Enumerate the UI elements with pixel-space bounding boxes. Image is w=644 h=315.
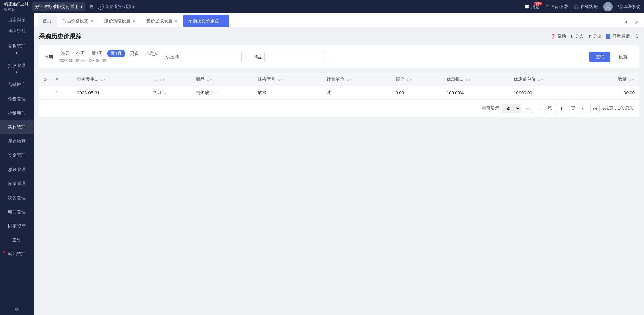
pagination-first-btn[interactable]: ⏮ <box>524 104 533 113</box>
username-label[interactable]: 徐泽华修改 <box>618 4 640 10</box>
export-btn[interactable]: ⬆ 导出 <box>588 33 602 39</box>
close-icon-sale-price[interactable]: ✕ <box>175 19 178 23</box>
date-opt-custom[interactable]: 自定义 <box>143 50 160 57</box>
query-button[interactable]: 查询 <box>589 52 610 62</box>
sidebar-item-smart[interactable]: 智能管理 <box>0 247 34 261</box>
date-options: 昨天 今天 近7天 近1月 更多 自定义 2023-05-02 至 2023-0… <box>59 50 160 64</box>
date-opt-more[interactable]: 更多 <box>128 50 141 57</box>
th-quote[interactable]: 报价 ▲▼ <box>392 73 442 86</box>
sidebar-item-sales[interactable]: 销售管理 <box>0 92 34 106</box>
tab-product-price[interactable]: 商品价格设置 ✕ <box>57 15 99 27</box>
sidebar-item-smart-label: 智能管理 <box>8 251 26 257</box>
th-discount-pct[interactable]: 优惠折... ▲▼ <box>442 73 510 86</box>
date-opt-yesterday[interactable]: 昨天 <box>59 50 71 57</box>
sort-icon-discount-pct[interactable]: ▲▼ <box>465 78 471 81</box>
sidebar-item-tax[interactable]: 税务管理 <box>0 191 34 205</box>
th-seq: # <box>51 73 73 86</box>
maximize-tab-btn[interactable]: ⤢ <box>632 17 641 27</box>
help-btn[interactable]: ❓ 帮助 <box>550 33 566 39</box>
th-unit[interactable]: 计量单位 ▲▼ <box>323 73 392 86</box>
sidebar-item-salary[interactable]: 工资 <box>0 233 34 247</box>
th-qty[interactable]: 数量 ▲▼ <box>588 73 639 86</box>
date-opt-last1month[interactable]: 近1月 <box>107 50 125 57</box>
demo-link[interactable]: ○ 我要看实例演示 <box>98 4 136 10</box>
page-input[interactable] <box>555 104 568 113</box>
pagination-last-btn[interactable]: ⏭ <box>590 104 600 113</box>
sidebar-item-sales-label: 销售管理 <box>8 96 26 102</box>
online-service-action[interactable]: 🎧 在线客服 <box>574 4 598 10</box>
sidebar-item-retail[interactable]: 零售管理 ▲ <box>0 39 34 59</box>
sidebar-item-finance[interactable]: 资金管理 <box>0 148 34 163</box>
headset-icon: 🎧 <box>574 4 579 9</box>
table-header-row: ⚙ # 业务发生... ▲▼ ... ▲▼ <box>39 73 639 86</box>
supplier-input[interactable] <box>181 52 242 62</box>
sidebar-item-assets[interactable]: 固定资产 <box>0 219 34 233</box>
close-icon-product-price[interactable]: ✕ <box>91 19 94 23</box>
sort-icon-spec[interactable]: ▲▼ <box>277 78 283 81</box>
close-tab-btn[interactable]: ✕ <box>621 17 631 27</box>
table-row[interactable]: 1 2023-05-31 浙江... 丙烯酸-2-... 散水 吨 0.00 1… <box>39 86 639 99</box>
sort-icon-product[interactable]: ▲▼ <box>206 78 212 81</box>
sidebar-item-purchase[interactable]: 采购管理 <box>0 120 34 134</box>
only-last-btn[interactable]: ✓ 只看最后一次 <box>606 33 639 39</box>
sidebar-quicknav[interactable]: 快捷导航 <box>0 26 34 36</box>
topbar-settings-icon[interactable]: ⚙ <box>89 4 94 9</box>
sort-icon-pre-discount-price[interactable]: ▲▼ <box>538 78 544 81</box>
close-icon-purchase-history[interactable]: ✕ <box>221 19 224 23</box>
sidebar-item-invoice[interactable]: 发票管理 <box>0 177 34 191</box>
date-opt-last7[interactable]: 近7天 <box>90 50 105 57</box>
sidebar-search[interactable]: 搜索菜单 <box>0 13 34 26</box>
supplier-more-icon[interactable]: ··· <box>244 54 248 60</box>
cell-pre-discount-price: 10900.00 <box>510 86 588 99</box>
sidebar-item-marketing[interactable]: 营销推广 <box>0 78 34 92</box>
th-pre-discount-price[interactable]: 优惠前单价 ▲▼ <box>510 73 588 86</box>
sidebar: 搜索菜单 快捷导航 零售管理 ▲ 批发管理 ▲ 营销推广 销售管理 小畅电商 采… <box>0 13 34 315</box>
date-opt-today[interactable]: 今天 <box>74 50 87 57</box>
per-page-select[interactable]: 50 20 100 <box>502 104 521 113</box>
message-action[interactable]: 💬 消息 99+ <box>524 4 540 10</box>
sidebar-item-accounting[interactable]: 总账管理 <box>0 163 34 177</box>
only-last-checkbox[interactable]: ✓ <box>606 34 610 39</box>
sidebar-item-ecommerce[interactable]: 电商管理 <box>0 205 34 219</box>
pagination-prev-btn[interactable]: ‹ <box>536 104 545 113</box>
sort-icon-quote[interactable]: ▲▼ <box>406 78 412 81</box>
tab-home[interactable]: 首页 <box>38 15 57 27</box>
cell-seq: 1 <box>51 86 73 99</box>
only-last-label: 只看最后一次 <box>612 33 639 39</box>
th-product[interactable]: 商品 ▲▼ <box>192 73 254 86</box>
th-spec[interactable]: 规格型号 ▲▼ <box>254 73 323 86</box>
content-area: 首页 商品价格设置 ✕ 进价策略设置 ✕ 售价提取设置 ✕ 采购历史价跟踪 ✕ … <box>34 13 644 315</box>
pagination-next-btn[interactable]: › <box>578 104 587 113</box>
tab-sale-price[interactable]: 售价提取设置 ✕ <box>141 15 183 27</box>
tab-purchase-history[interactable]: 采购历史价跟踪 ✕ <box>183 15 229 27</box>
sort-icon-qty[interactable]: ▲▼ <box>629 78 635 81</box>
demo-label: 我要看实例演示 <box>105 4 136 10</box>
sidebar-item-ecommerce-label: 电商管理 <box>8 209 26 215</box>
close-icon-purchase-strategy[interactable]: ✕ <box>133 19 136 23</box>
product-more-icon[interactable]: ··· <box>327 54 331 60</box>
sidebar-item-wholesale[interactable]: 批发管理 ▲ <box>0 59 34 78</box>
cell-qty: 30.00 <box>588 86 639 99</box>
sidebar-item-retail-label: 零售管理 <box>8 43 26 49</box>
sidebar-item-tax-label: 税务管理 <box>8 195 26 201</box>
pagination-bar: 每页显示 50 20 100 ⏮ ‹ 第 页 › ⏭ 共1页，1条记录 <box>39 99 639 117</box>
tab-purchase-strategy[interactable]: 进价策略设置 ✕ <box>99 15 141 27</box>
th-more-col[interactable]: ... ▲▼ <box>149 73 191 86</box>
gear-icon[interactable]: ⚙ <box>43 77 47 82</box>
version-selector[interactable]: 好业财标准版交付试用 ▾ <box>32 2 85 11</box>
import-btn[interactable]: ⬇ 导入 <box>570 33 584 39</box>
sort-icon-more-col[interactable]: ▲▼ <box>159 79 165 82</box>
product-input[interactable] <box>264 52 325 62</box>
settings-button[interactable]: 设置 <box>613 52 633 62</box>
sidebar-item-marketing-label: 营销推广 <box>8 82 26 88</box>
th-biz-date[interactable]: 业务发生... ▲▼ <box>73 73 149 86</box>
tab-purchase-history-label: 采购历史价跟踪 <box>188 18 219 24</box>
sort-icon-unit[interactable]: ▲▼ <box>346 78 352 81</box>
sidebar-bottom-settings[interactable]: ⚙ <box>0 303 34 315</box>
th-gear[interactable]: ⚙ <box>39 73 51 86</box>
sort-icon-biz-date[interactable]: ▲▼ <box>100 78 106 81</box>
sidebar-item-ecommerce-small[interactable]: 小畅电商 <box>0 106 34 120</box>
sidebar-item-inventory[interactable]: 库存核算 <box>0 134 34 148</box>
app-download-action[interactable]: 📱 App下载 <box>545 4 568 10</box>
date-range-display: 2023-05-02 至 2023-06-02 <box>59 58 160 64</box>
